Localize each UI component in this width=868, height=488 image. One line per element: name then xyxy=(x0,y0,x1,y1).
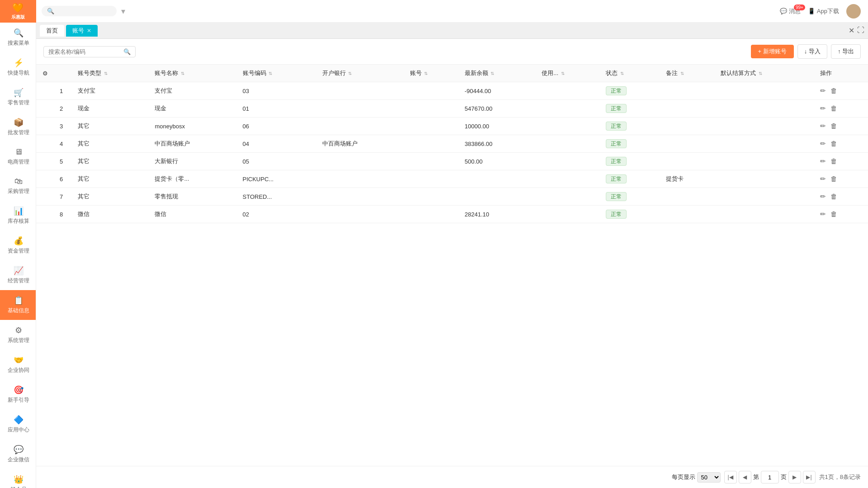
delete-button-6[interactable]: 🗑 xyxy=(830,175,837,183)
page-input[interactable] xyxy=(761,471,779,483)
sidebar-item-wholesale[interactable]: 📦批发管理 xyxy=(0,112,36,142)
col-remark[interactable]: 备注 ⇅ xyxy=(660,65,715,82)
edit-button-6[interactable]: ✏ xyxy=(820,175,826,183)
sidebar-item-inventory[interactable]: 📊库存核算 xyxy=(0,201,36,230)
sidebar-item-system[interactable]: ⚙系统管理 xyxy=(0,320,36,350)
message-button[interactable]: 💬 消息 99+ xyxy=(780,7,801,15)
row-bank-2 xyxy=(317,100,405,117)
table-search-box[interactable]: 🔍 xyxy=(43,46,136,57)
last-page-button[interactable]: ▶| xyxy=(803,471,816,483)
row-name-7: 零售抵现 xyxy=(149,188,237,206)
logo[interactable]: 🧡 乐惠版 xyxy=(0,0,36,23)
delete-button-4[interactable]: 🗑 xyxy=(830,140,837,148)
row-remark-4 xyxy=(660,135,715,153)
membership-icon: 👑 xyxy=(14,474,24,484)
tab-label-account: 账号 xyxy=(72,27,84,35)
row-status-1: 正常 xyxy=(600,82,660,100)
table-row: 3 其它 moneybosx 06 10000.00 正常 ✏ 🗑 xyxy=(36,117,868,135)
edit-button-8[interactable]: ✏ xyxy=(820,210,826,218)
sidebar-item-quick-nav[interactable]: ⚡快捷导航 xyxy=(0,52,36,82)
avatar[interactable] xyxy=(846,4,861,19)
col-default-settlement[interactable]: 默认结算方式 ⇅ xyxy=(715,65,815,82)
row-settings-3 xyxy=(36,117,54,135)
export-button[interactable]: ↑ 导出 xyxy=(831,44,861,59)
finance-icon: 💰 xyxy=(14,236,24,246)
sidebar-item-ecommerce[interactable]: 🖥电商管理 xyxy=(0,142,36,171)
tab-home[interactable]: 首页 xyxy=(40,25,64,37)
ecommerce-icon: 🖥 xyxy=(14,147,23,157)
col-type[interactable]: 账号类型 ⇅ xyxy=(72,65,149,82)
app-label: App下载 xyxy=(817,7,839,15)
row-bank-1 xyxy=(317,82,405,100)
sidebar-item-label: 系统管理 xyxy=(8,337,29,344)
row-balance-6 xyxy=(459,170,536,188)
row-type-4: 其它 xyxy=(72,135,149,153)
row-balance-4: 383866.00 xyxy=(459,135,536,153)
row-settings-1 xyxy=(36,82,54,100)
table-search-input[interactable] xyxy=(48,48,121,55)
next-page-button[interactable]: ▶ xyxy=(788,471,801,483)
sidebar-item-corp-wechat[interactable]: 💬企业微信 xyxy=(0,439,36,469)
row-account-7 xyxy=(405,188,459,206)
sidebar-item-corp-agreement[interactable]: 🤝企业协同 xyxy=(0,350,36,380)
delete-button-7[interactable]: 🗑 xyxy=(830,192,837,201)
col-code[interactable]: 账号编码 ⇅ xyxy=(237,65,317,82)
sidebar-item-basic-info[interactable]: 📋基础信息 xyxy=(0,290,36,320)
retail-icon: 🛒 xyxy=(14,88,24,98)
col-settings[interactable]: ⚙ xyxy=(36,65,54,82)
col-usage[interactable]: 使用... ⇅ xyxy=(536,65,600,82)
delete-button-1[interactable]: 🗑 xyxy=(830,87,837,95)
delete-button-3[interactable]: 🗑 xyxy=(830,122,837,130)
prev-page-button[interactable]: ◀ xyxy=(739,471,751,483)
edit-button-5[interactable]: ✏ xyxy=(820,157,826,165)
sidebar-item-finance[interactable]: 💰资金管理 xyxy=(0,230,36,260)
per-page-select[interactable]: 每页显示 50 100 200 xyxy=(672,472,721,483)
app-download-button[interactable]: 📱 App下载 xyxy=(808,7,839,15)
row-account-5 xyxy=(405,153,459,170)
sidebar-item-search-menu[interactable]: 🔍搜索菜单 xyxy=(0,23,36,52)
row-usage-8 xyxy=(536,206,600,223)
row-bank-8 xyxy=(317,206,405,223)
col-name[interactable]: 账号名称 ⇅ xyxy=(149,65,237,82)
delete-button-8[interactable]: 🗑 xyxy=(830,210,837,218)
delete-button-5[interactable]: 🗑 xyxy=(830,157,837,165)
sidebar-item-guide[interactable]: 🎯新手引导 xyxy=(0,380,36,409)
top-search-box[interactable]: 🔍 xyxy=(42,6,117,16)
row-bank-6 xyxy=(317,170,405,188)
tab-close-account[interactable]: ✕ xyxy=(87,28,91,34)
purchase-icon: 🛍 xyxy=(14,177,23,186)
col-bank[interactable]: 开户银行 ⇅ xyxy=(317,65,405,82)
row-type-1: 支付宝 xyxy=(72,82,149,100)
per-page-dropdown[interactable]: 50 100 200 xyxy=(697,472,721,483)
edit-button-4[interactable]: ✏ xyxy=(820,140,826,148)
delete-button-2[interactable]: 🗑 xyxy=(830,104,837,113)
sidebar-item-app-center[interactable]: 🔷应用中心 xyxy=(0,409,36,439)
sidebar-item-retail[interactable]: 🛒零售管理 xyxy=(0,82,36,112)
table-row: 8 微信 微信 02 28241.10 正常 ✏ 🗑 xyxy=(36,206,868,223)
edit-button-3[interactable]: ✏ xyxy=(820,122,826,130)
row-usage-7 xyxy=(536,188,600,206)
sidebar-item-label: 基础信息 xyxy=(8,307,29,314)
col-balance[interactable]: 最新余额 ⇅ xyxy=(459,65,536,82)
table-row: 1 支付宝 支付宝 03 -90444.00 正常 ✏ 🗑 xyxy=(36,82,868,100)
edit-button-2[interactable]: ✏ xyxy=(820,104,826,113)
col-account[interactable]: 账号 ⇅ xyxy=(405,65,459,82)
row-code-5: 05 xyxy=(237,153,317,170)
sidebar-item-membership[interactable]: 👑畅会员 xyxy=(0,469,36,488)
tab-close-global[interactable]: ✕ xyxy=(849,26,854,35)
app-icon: 📱 xyxy=(808,8,815,14)
row-index-5: 5 xyxy=(54,153,72,170)
edit-button-1[interactable]: ✏ xyxy=(820,87,826,95)
sidebar-item-purchase[interactable]: 🛍采购管理 xyxy=(0,171,36,201)
tab-expand[interactable]: ⛶ xyxy=(857,26,864,35)
add-account-button[interactable]: + 新增账号 xyxy=(751,45,794,58)
col-status[interactable]: 状态 ⇅ xyxy=(600,65,660,82)
import-button[interactable]: ↓ 导入 xyxy=(797,44,827,59)
tab-account[interactable]: 账号✕ xyxy=(66,25,98,37)
dropdown-icon[interactable]: ▾ xyxy=(121,6,125,16)
sidebar-item-business[interactable]: 📈经营管理 xyxy=(0,260,36,290)
edit-button-7[interactable]: ✏ xyxy=(820,192,826,201)
top-search-input[interactable] xyxy=(57,8,111,14)
toolbar: 🔍 + 新增账号 ↓ 导入 ↑ 导出 xyxy=(36,39,868,65)
first-page-button[interactable]: |◀ xyxy=(724,471,737,483)
